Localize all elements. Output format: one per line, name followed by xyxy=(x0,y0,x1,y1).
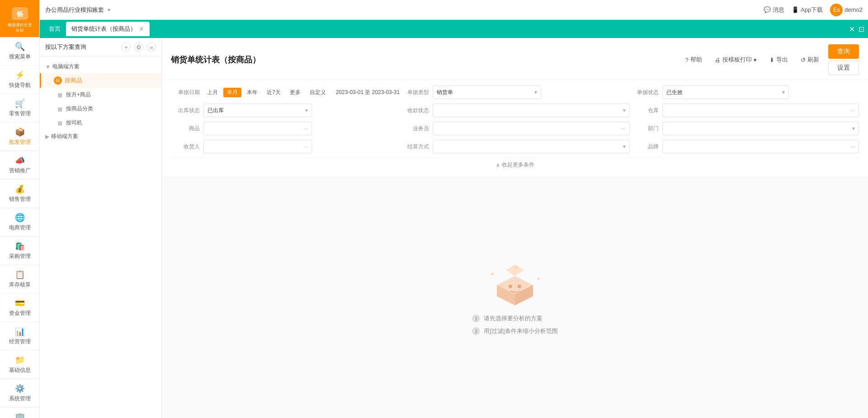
tab-close-window-btn[interactable]: ✕ xyxy=(849,25,855,33)
tab-close-icon[interactable]: ✕ xyxy=(139,25,144,33)
app-download-label: App下载 xyxy=(801,6,823,14)
date-tab-more[interactable]: 更多 xyxy=(286,88,304,97)
salesman-input[interactable]: ··· xyxy=(433,122,629,135)
tree-item-by-machine[interactable]: ▦ 按司机 xyxy=(40,116,161,130)
sidebar-item-sales[interactable]: 💰 销售管理 xyxy=(0,180,39,208)
receiver-input[interactable]: ··· xyxy=(203,140,312,153)
help-btn[interactable]: ? 帮助 xyxy=(682,54,706,66)
logo-icon: 畅 xyxy=(11,5,29,22)
settle-select[interactable]: ▾ xyxy=(433,140,629,153)
content-area: 按以下方案查询 + ⚙ « ▼ 电脑端方案 按 按商品 ▦ 按月+商品 xyxy=(40,38,868,418)
out-status-select[interactable]: 已出库 ▾ xyxy=(203,104,312,117)
svg-text:✦: ✦ xyxy=(490,271,495,277)
collapse-label: 收起更多条件 xyxy=(502,161,534,169)
print-dropdown-icon[interactable]: ▾ xyxy=(754,57,757,63)
tree-group-mobile[interactable]: ▶ 移动端方案 xyxy=(40,130,161,143)
warehouse-dots[interactable]: ··· xyxy=(850,107,855,114)
sidebar-item-basic[interactable]: 📁 基础信息 xyxy=(0,351,39,379)
warehouse-label: 仓库 xyxy=(630,107,662,114)
sidebar-item-quick[interactable]: ⚡ 快捷导航 xyxy=(0,66,39,94)
sidebar-label-purchase: 采购管理 xyxy=(9,252,31,260)
empty-tip-2: 2 用[过滤]条件来缩小分析范围 xyxy=(472,327,557,335)
sidebar-label-inventory: 库存核算 xyxy=(9,281,31,289)
tree-item-by-product[interactable]: 按 按商品 xyxy=(40,73,161,88)
inventory-icon: 📋 xyxy=(15,270,25,280)
sidebar-item-ecom[interactable]: 🌐 电商管理 xyxy=(0,208,39,237)
dept-select[interactable]: ▾ xyxy=(662,122,859,135)
tree-group-desktop[interactable]: ▼ 电脑端方案 xyxy=(40,60,161,73)
brand-dots[interactable]: ··· xyxy=(850,143,855,150)
sidebar-label-sales: 销售管理 xyxy=(9,195,31,203)
warehouse-col: ··· xyxy=(662,104,859,117)
sidebar-item-purchase[interactable]: 🛍️ 采购管理 xyxy=(0,237,39,265)
avatar-text: Ea xyxy=(833,7,840,13)
user-menu-btn[interactable]: Ea demo2 xyxy=(830,4,863,16)
date-tabs: 上月 本月 本年 近7天 更多 自定义 xyxy=(203,88,330,97)
sidebar-item-wholesale[interactable]: 📦 批发管理 xyxy=(0,123,39,151)
doc-status-chevron: ▾ xyxy=(782,89,785,95)
app-download-btn[interactable]: 📱 App下载 xyxy=(792,6,823,14)
sidebar-item-search[interactable]: 🔍 搜索菜单 xyxy=(0,37,39,66)
sidebar-item-operation[interactable]: 📊 经营管理 xyxy=(0,322,39,351)
print-btn[interactable]: 🖨 按模板打印 ▾ xyxy=(711,54,760,66)
doc-type-select[interactable]: 销货单 ▾ xyxy=(433,86,541,99)
sidebar-item-finance[interactable]: 💳 资金管理 xyxy=(0,294,39,322)
date-tab-this-month[interactable]: 本月 xyxy=(223,88,241,97)
sales-icon: 💰 xyxy=(15,184,25,194)
refresh-btn[interactable]: ↺ 刷新 xyxy=(797,54,823,66)
date-tab-custom[interactable]: 自定义 xyxy=(306,88,330,97)
message-btn[interactable]: 💬 消息 xyxy=(764,6,784,14)
doc-status-select[interactable]: 已生效 ▾ xyxy=(662,86,789,99)
brand-input[interactable]: ··· xyxy=(662,140,859,153)
sidebar-item-marketing[interactable]: 📣 营销推广 xyxy=(0,151,39,180)
tab-home[interactable]: 首页 xyxy=(43,22,66,36)
sidebar-item-inventory[interactable]: 📋 库存核算 xyxy=(0,265,39,294)
tree-item-by-month-product[interactable]: ▦ 按月+商品 xyxy=(40,88,161,102)
operation-icon: 📊 xyxy=(15,327,25,337)
collapse-panel-btn[interactable]: « xyxy=(147,43,156,52)
collapse-btn[interactable]: ∧ 收起更多条件 xyxy=(171,158,859,171)
purchase-icon: 🛍️ xyxy=(15,241,25,251)
filter-area: 单据日期 上月 本月 本年 近7天 更多 自定义 2023-03-01 至 20… xyxy=(162,80,868,177)
topbar-left: 办公用品行业模拟账套 ▾ xyxy=(45,6,110,14)
chevron-right-icon: ▶ xyxy=(45,133,49,140)
date-tab-last-month[interactable]: 上月 xyxy=(203,88,222,97)
query-btn[interactable]: 查询 xyxy=(828,44,859,59)
svg-text:✦: ✦ xyxy=(515,265,518,269)
warehouse-input[interactable]: ··· xyxy=(662,104,859,117)
receiver-dots[interactable]: ··· xyxy=(303,143,308,150)
out-status-value: 已出库 xyxy=(208,107,224,114)
add-scheme-btn[interactable]: + xyxy=(122,43,131,52)
tree-item-by-category[interactable]: ▦ 按商品分类 xyxy=(40,102,161,116)
out-status-chevron: ▾ xyxy=(305,107,308,114)
grid-icon-2: ▦ xyxy=(56,106,63,112)
sidebar-label-ecom: 电商管理 xyxy=(9,224,31,232)
settings-btn[interactable]: 设置 xyxy=(828,61,859,75)
salesman-dots[interactable]: ··· xyxy=(621,125,626,132)
doc-type-col: 销货单 ▾ xyxy=(433,86,629,99)
date-tab-this-year[interactable]: 本年 xyxy=(243,88,261,97)
settings-scheme-btn[interactable]: ⚙ xyxy=(134,43,143,52)
sidebar-label-search: 搜索菜单 xyxy=(9,53,31,61)
sidebar-item-retail[interactable]: 🛒 零售管理 xyxy=(0,94,39,123)
app-logo: 畅 畅捷通好生意 标赋 xyxy=(0,0,40,37)
collect-status-select[interactable]: ▾ xyxy=(433,104,629,117)
sidebar-item-system[interactable]: ⚙️ 系统管理 xyxy=(0,379,39,408)
chevron-up-icon: ∧ xyxy=(496,162,500,168)
tab-maximize-btn[interactable]: ⊡ xyxy=(859,25,864,33)
page-header: 销货单统计表（按商品） ? 帮助 🖨 按模板打印 ▾ ⬇ 导出 xyxy=(162,38,868,80)
tab-report[interactable]: 销货单统计表（按商品） ✕ xyxy=(66,22,150,36)
tree-item-icon-by-product: 按 xyxy=(54,76,62,85)
message-label: 消息 xyxy=(773,6,784,14)
salesman-col: ··· xyxy=(433,122,629,135)
topbar-dropdown-icon[interactable]: ▾ xyxy=(108,7,110,13)
sidebar-item-enterprise[interactable]: 🏢 企业协同 xyxy=(0,408,39,418)
goods-input[interactable]: ··· xyxy=(203,122,312,135)
dept-chevron: ▾ xyxy=(852,125,855,132)
tree-group-desktop-label: 电脑端方案 xyxy=(52,63,80,71)
goods-dots[interactable]: ··· xyxy=(303,125,308,132)
user-name: demo2 xyxy=(844,6,863,13)
date-tab-7days[interactable]: 近7天 xyxy=(263,88,284,97)
filter-row-1: 单据日期 上月 本月 本年 近7天 更多 自定义 2023-03-01 至 20… xyxy=(171,86,859,99)
export-btn[interactable]: ⬇ 导出 xyxy=(766,54,792,66)
